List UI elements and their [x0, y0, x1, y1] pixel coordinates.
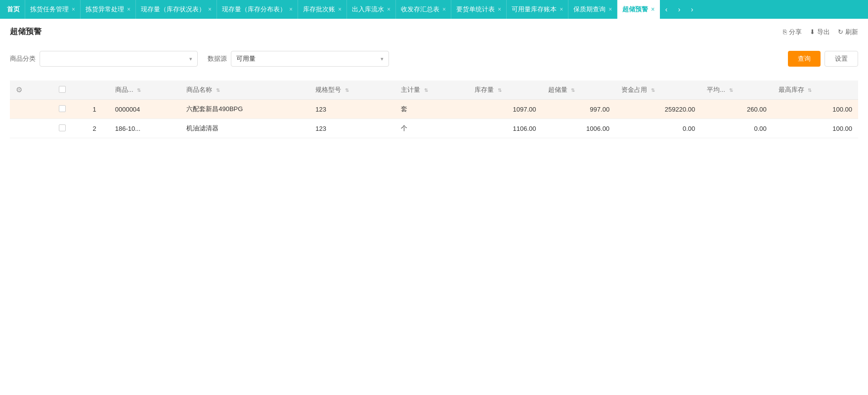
row-checkbox[interactable]: [59, 124, 66, 131]
nav-tab-exception-close[interactable]: ×: [127, 6, 130, 13]
share-button[interactable]: ⎘ 分享: [783, 28, 802, 37]
nav-tab-inventory-dist-close[interactable]: ×: [289, 6, 293, 13]
nav-tab-inventory-status-label: 现存量（库存状况表）: [141, 5, 205, 14]
col-capital-usage-label: 资金占用: [621, 86, 647, 93]
data-table: ⚙ 商品... ⇅ 商品名称 ⇅ 规格型号 ⇅: [10, 80, 858, 138]
datasource-value: 可用量: [236, 54, 256, 63]
row-spec: 123: [309, 119, 395, 138]
nav-tab-task-mgmt-label: 拣货任务管理: [30, 5, 69, 14]
nav-tab-inout-flow[interactable]: 出入库流水 ×: [347, 0, 396, 19]
datasource-select[interactable]: 可用量 ▾: [231, 51, 389, 67]
select-all-checkbox[interactable]: [59, 86, 66, 93]
nav-tab-home-label: 首页: [7, 5, 20, 14]
table-row: 1 0000004 六配套新昌490BPG 123 套 1097.00 997.…: [10, 100, 858, 119]
nav-tab-inventory-status-close[interactable]: ×: [208, 6, 212, 13]
col-max-inventory-label: 最高库存: [779, 86, 804, 93]
nav-tab-order-stat-label: 要货单统计表: [456, 5, 495, 14]
nav-tab-batch[interactable]: 库存批次账 ×: [298, 0, 347, 19]
nav-tab-available[interactable]: 可用量库存账本 ×: [507, 0, 568, 19]
nav-tab-recv-send-label: 收发存汇总表: [401, 5, 439, 14]
filter-actions: 查询 设置: [788, 51, 858, 67]
nav-more-button[interactable]: ›: [686, 0, 698, 19]
col-product-name[interactable]: 商品名称 ⇅: [180, 80, 309, 100]
category-filter: 商品分类 ▾: [10, 51, 198, 67]
nav-prev-button[interactable]: ‹: [660, 0, 673, 19]
col-avg-price-label: 平均...: [707, 86, 725, 93]
col-product-code-sort-icon: ⇅: [137, 87, 141, 93]
export-label: 导出: [817, 28, 830, 37]
row-num: 1: [80, 100, 109, 119]
col-product-code-label: 商品...: [115, 86, 133, 93]
nav-tab-shelf-life-label: 保质期查询: [573, 5, 606, 14]
col-product-name-sort-icon: ⇅: [216, 87, 220, 93]
col-overstock-qty[interactable]: 超储量 ⇅: [542, 80, 616, 100]
page-title: 超储预警: [10, 27, 42, 37]
row-capital-usage: 0.00: [615, 119, 701, 138]
col-max-inventory-sort-icon: ⇅: [808, 87, 812, 93]
query-button[interactable]: 查询: [788, 51, 821, 67]
row-checkbox-cell: [44, 100, 80, 119]
category-chevron-icon: ▾: [189, 56, 192, 62]
row-max-inventory: 100.00: [773, 119, 858, 138]
col-capital-usage[interactable]: 资金占用 ⇅: [615, 80, 701, 100]
nav-tab-available-close[interactable]: ×: [560, 6, 563, 13]
export-button[interactable]: ⬇ 导出: [810, 28, 830, 37]
nav-tab-available-label: 可用量库存账本: [512, 5, 557, 14]
row-max-inventory: 100.00: [773, 100, 858, 119]
col-overstock-qty-sort-icon: ⇅: [571, 87, 575, 93]
settings-button[interactable]: 设置: [825, 51, 858, 67]
category-select[interactable]: ▾: [40, 51, 198, 67]
refresh-button[interactable]: ↻ 刷新: [838, 28, 858, 37]
col-avg-price[interactable]: 平均... ⇅: [701, 80, 773, 100]
row-settings-cell: [10, 119, 44, 138]
col-overstock-qty-label: 超储量: [548, 86, 567, 93]
nav-tab-shelf-life[interactable]: 保质期查询 ×: [568, 0, 617, 19]
nav-tab-overstock-close[interactable]: ×: [651, 6, 654, 13]
nav-tab-exception-label: 拣货异常处理: [86, 5, 124, 14]
nav-tab-shelf-life-close[interactable]: ×: [608, 6, 612, 13]
nav-tab-exception[interactable]: 拣货异常处理 ×: [81, 0, 136, 19]
row-checkbox[interactable]: [59, 105, 66, 112]
col-unit[interactable]: 主计量 ⇅: [395, 80, 469, 100]
nav-tab-order-stat-close[interactable]: ×: [498, 6, 501, 13]
col-product-code[interactable]: 商品... ⇅: [109, 80, 181, 100]
col-inventory-sort-icon: ⇅: [498, 87, 502, 93]
row-inventory: 1106.00: [469, 119, 542, 138]
row-capital-usage: 259220.00: [615, 100, 701, 119]
refresh-icon: ↻: [838, 28, 843, 36]
col-checkbox: [44, 80, 80, 100]
col-spec-label: 规格型号: [315, 86, 341, 93]
col-unit-sort-icon: ⇅: [424, 87, 428, 93]
col-capital-usage-sort-icon: ⇅: [651, 87, 655, 93]
col-spec[interactable]: 规格型号 ⇅: [309, 80, 395, 100]
col-inventory[interactable]: 库存量 ⇅: [469, 80, 542, 100]
nav-tab-order-stat[interactable]: 要货单统计表 ×: [451, 0, 507, 19]
row-num: 2: [80, 119, 109, 138]
nav-tab-batch-label: 库存批次账: [303, 5, 335, 14]
nav-tab-inout-flow-close[interactable]: ×: [387, 6, 391, 13]
nav-tab-inventory-status[interactable]: 现存量（库存状况表） ×: [136, 0, 217, 19]
col-unit-label: 主计量: [401, 86, 420, 93]
page-header: 超储预警 ⎘ 分享 ⬇ 导出 ↻ 刷新: [10, 27, 858, 37]
page-content: 超储预警 ⎘ 分享 ⬇ 导出 ↻ 刷新 商品分类 ▾ 数据源: [0, 19, 868, 395]
nav-tab-task-mgmt-close[interactable]: ×: [72, 6, 75, 13]
top-navigation: 首页 拣货任务管理 × 拣货异常处理 × 现存量（库存状况表） × 现存量（库存…: [0, 0, 868, 19]
nav-tab-recv-send-close[interactable]: ×: [442, 6, 446, 13]
nav-tab-task-mgmt[interactable]: 拣货任务管理 ×: [25, 0, 81, 19]
row-product-name: 机油滤清器: [180, 119, 309, 138]
export-icon: ⬇: [810, 28, 815, 36]
nav-tab-overstock[interactable]: 超储预警 ×: [617, 0, 660, 19]
share-label: 分享: [789, 28, 802, 37]
table-body: 1 0000004 六配套新昌490BPG 123 套 1097.00 997.…: [10, 100, 858, 138]
nav-tab-recv-send[interactable]: 收发存汇总表 ×: [396, 0, 451, 19]
col-max-inventory[interactable]: 最高库存 ⇅: [773, 80, 858, 100]
row-product-code: 186-10...: [109, 119, 181, 138]
row-overstock-qty: 1006.00: [542, 119, 616, 138]
row-settings-cell: [10, 100, 44, 119]
nav-tab-home[interactable]: 首页: [2, 0, 25, 19]
table-settings-icon[interactable]: ⚙: [16, 85, 22, 94]
col-inventory-label: 库存量: [475, 86, 494, 93]
nav-tab-inventory-dist[interactable]: 现存量（库存分布表） ×: [217, 0, 298, 19]
nav-tab-batch-close[interactable]: ×: [338, 6, 342, 13]
nav-next-button[interactable]: ›: [673, 0, 686, 19]
